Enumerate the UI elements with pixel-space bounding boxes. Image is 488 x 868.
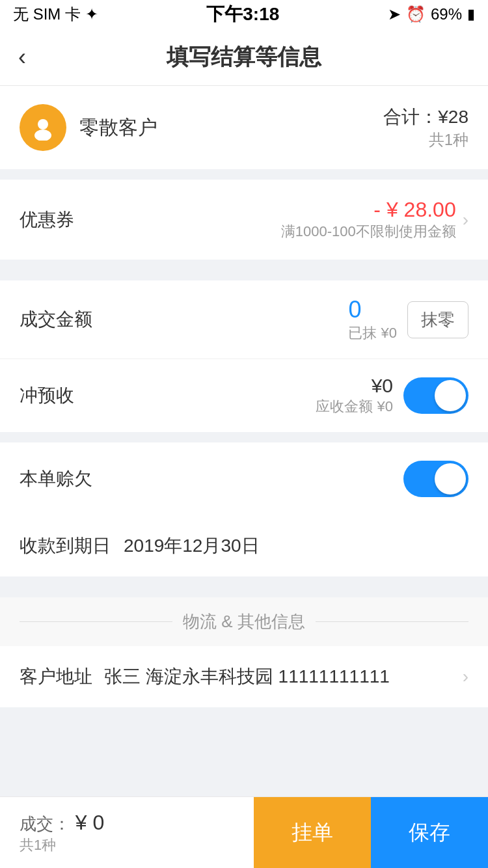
- total-count: 共1种: [383, 129, 468, 150]
- save-button[interactable]: 保存: [371, 797, 488, 869]
- debit-section: 本单赊欠 收款到期日 2019年12月30日: [0, 442, 488, 576]
- coupon-section[interactable]: 优惠券 - ¥ 28.00 满1000-100不限制使用金额 ›: [0, 180, 488, 260]
- due-date-row: 收款到期日 2019年12月30日: [0, 515, 488, 576]
- battery-icon: ▮: [467, 6, 475, 23]
- bottom-deal-label: 成交：: [20, 814, 70, 834]
- pre-amount-block: ¥0 应收金额 ¥0: [316, 375, 393, 416]
- customer-name: 零散客户: [79, 115, 157, 141]
- coupon-value-block: - ¥ 28.00 满1000-100不限制使用金额: [281, 198, 456, 241]
- customer-avatar: [20, 104, 66, 151]
- nav-bar: ‹ 填写结算等信息: [0, 29, 488, 86]
- separator-2: [0, 432, 488, 442]
- separator-1: [0, 270, 488, 280]
- pre-receive-right: ¥0 应收金额 ¥0: [316, 375, 468, 416]
- debit-toggle-knob: [435, 463, 466, 495]
- deal-amount-section: 成交金额 0 已抹 ¥0 抹零 冲预收 ¥0 应收金额 ¥0: [0, 280, 488, 432]
- chevron-right-icon: ›: [463, 210, 468, 230]
- due-date-value: 2019年12月30日: [124, 534, 260, 558]
- deal-amount-block: 0 已抹 ¥0: [348, 296, 397, 343]
- coupon-desc: 满1000-100不限制使用金额: [281, 222, 456, 241]
- coupon-value-area: - ¥ 28.00 满1000-100不限制使用金额 ›: [281, 198, 468, 241]
- status-left: 无 SIM 卡 ✦: [13, 4, 98, 25]
- customer-total: 合计：¥28 共1种: [383, 105, 468, 150]
- bottom-deal-amount: ¥ 0: [75, 811, 104, 834]
- pre-receive-label: 冲预收: [20, 383, 98, 408]
- signal-text: 无 SIM 卡 ✦: [13, 4, 98, 25]
- bottom-summary: 成交： ¥ 0 共1种: [0, 811, 254, 855]
- total-amount: 合计：¥28: [383, 105, 468, 129]
- deal-amount-right: 0 已抹 ¥0 抹零: [348, 296, 468, 343]
- status-bar: 无 SIM 卡 ✦ 下午3:18 ➤ ⏰ 69% ▮: [0, 0, 488, 29]
- customer-row: 零散客户 合计：¥28 共1种: [0, 86, 488, 169]
- toggle-knob: [435, 380, 466, 411]
- debit-toggle[interactable]: [403, 461, 468, 497]
- deal-amount-value: 0: [348, 296, 361, 323]
- page-title: 填写结算等信息: [167, 42, 321, 72]
- round-zero-button[interactable]: 抹零: [407, 301, 468, 338]
- bottom-bar: 成交： ¥ 0 共1种 挂单 保存: [0, 796, 488, 868]
- deal-amount-row: 成交金额 0 已抹 ¥0 抹零: [0, 280, 488, 359]
- address-value: 张三 海淀永丰科技园 11111111111: [98, 664, 463, 689]
- hold-order-button[interactable]: 挂单: [254, 797, 371, 869]
- status-time: 下午3:18: [206, 2, 279, 27]
- address-section[interactable]: 客户地址 张三 海淀永丰科技园 11111111111 ›: [0, 646, 488, 707]
- bottom-count: 共1种: [20, 835, 234, 855]
- deal-amount-sub: 已抹 ¥0: [348, 323, 397, 343]
- pre-receive-toggle[interactable]: [403, 377, 468, 414]
- address-label: 客户地址: [20, 664, 98, 689]
- coupon-amount: - ¥ 28.00: [281, 198, 456, 222]
- address-chevron-icon: ›: [463, 666, 468, 687]
- svg-point-0: [38, 119, 48, 129]
- pre-amount: ¥0: [316, 375, 393, 397]
- back-button[interactable]: ‹: [18, 44, 26, 71]
- divider-line-right: [316, 621, 468, 622]
- status-right: ➤ ⏰ 69% ▮: [388, 5, 475, 23]
- due-date-label: 收款到期日: [20, 534, 111, 558]
- location-icon: ➤: [388, 5, 401, 23]
- deal-amount-label: 成交金额: [20, 307, 98, 332]
- pre-receive-row: 冲预收 ¥0 应收金额 ¥0: [0, 359, 488, 432]
- divider-line-left: [20, 621, 172, 622]
- alarm-icon: ⏰: [406, 5, 426, 23]
- coupon-label: 优惠券: [20, 208, 98, 232]
- separator-3: [0, 587, 488, 597]
- bottom-deal-line: 成交： ¥ 0: [20, 811, 234, 835]
- pre-sub: 应收金额 ¥0: [316, 397, 393, 416]
- coupon-row[interactable]: 优惠券 - ¥ 28.00 满1000-100不限制使用金额 ›: [0, 180, 488, 260]
- debit-label: 本单赊欠: [20, 467, 98, 491]
- battery-text: 69%: [431, 5, 462, 23]
- customer-section: 零散客户 合计：¥28 共1种: [0, 86, 488, 169]
- debit-row: 本单赊欠: [0, 442, 488, 515]
- address-row[interactable]: 客户地址 张三 海淀永丰科技园 11111111111 ›: [0, 646, 488, 707]
- svg-point-1: [34, 129, 51, 141]
- logistics-text: 物流 & 其他信息: [183, 610, 305, 633]
- logistics-divider: 物流 & 其他信息: [0, 597, 488, 646]
